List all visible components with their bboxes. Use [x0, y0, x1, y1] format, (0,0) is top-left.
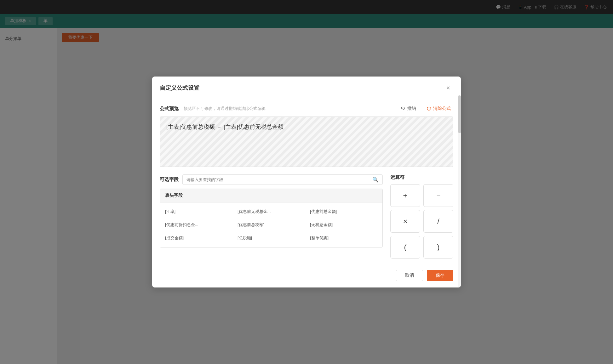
formula-content: [主表]优惠前总税额 － [主表]优惠前无税总金额: [166, 123, 447, 131]
clear-label: 清除公式: [433, 106, 451, 111]
fields-operators-section: 可选字段 🔍 表头字段 [汇率] [优惠前无税总金... [优惠前总金额]: [160, 174, 453, 259]
modal-overlay: 自定义公式设置 × 公式预览 预览区不可修改，请通过撤销或清除公式编辑 撤销: [0, 0, 613, 364]
field-item-cjje[interactable]: [成交金额]: [163, 231, 235, 245]
modal-body: 公式预览 预览区不可修改，请通过撤销或清除公式编辑 撤销: [152, 98, 461, 265]
formula-preview-label: 公式预览: [160, 106, 179, 112]
operator-plus[interactable]: +: [390, 184, 420, 207]
modal-footer: 取消 保存: [152, 265, 461, 287]
field-item-zzse[interactable]: [总税额]: [235, 231, 307, 245]
formula-preview-hint: 预览区不可修改，请通过撤销或清除公式编辑: [184, 106, 266, 111]
fields-left: 可选字段 🔍 表头字段 [汇率] [优惠前无税总金... [优惠前总金额]: [160, 174, 383, 259]
field-search-input[interactable]: [186, 177, 372, 182]
fields-section-label: 可选字段: [160, 177, 179, 183]
operators-label: 运算符: [390, 174, 453, 180]
clear-formula-button[interactable]: 清除公式: [424, 105, 453, 113]
field-item-zdyh[interactable]: [整单优惠]: [307, 231, 380, 245]
custom-formula-modal: 自定义公式设置 × 公式预览 预览区不可修改，请通过撤销或清除公式编辑 撤销: [152, 77, 461, 287]
formula-actions: 撤销 清除公式: [398, 105, 453, 113]
cancel-button[interactable]: 取消: [396, 270, 423, 281]
operators-section: 运算符 + － × / ( ): [390, 174, 453, 259]
undo-label: 撤销: [407, 106, 416, 111]
operator-left-paren[interactable]: (: [390, 236, 420, 259]
operator-minus[interactable]: －: [423, 184, 453, 207]
undo-icon: [400, 106, 405, 111]
fields-header: 可选字段 🔍: [160, 174, 383, 185]
field-item-huilu[interactable]: [汇率]: [163, 205, 235, 218]
operator-multiply[interactable]: ×: [390, 210, 420, 233]
modal-scrollbar-thumb: [458, 95, 461, 133]
clear-icon: [426, 106, 431, 111]
operator-right-paren[interactable]: ): [423, 236, 453, 259]
save-button[interactable]: 保存: [427, 270, 453, 281]
search-box[interactable]: 🔍: [182, 174, 383, 185]
modal-header: 自定义公式设置 ×: [152, 77, 461, 98]
fields-grid: [汇率] [优惠前无税总金... [优惠前总金额] [优惠前折扣总金... [优…: [160, 202, 382, 247]
operator-grid: + － × / ( ): [390, 184, 453, 259]
formula-preview-header: 公式预览 预览区不可修改，请通过撤销或清除公式编辑 撤销: [160, 105, 453, 113]
operator-divide[interactable]: /: [423, 210, 453, 233]
search-icon: 🔍: [372, 177, 379, 183]
field-item-yh-zse[interactable]: [优惠前总税额]: [235, 218, 307, 231]
modal-close-button[interactable]: ×: [443, 83, 453, 93]
fields-table: 表头字段 [汇率] [优惠前无税总金... [优惠前总金额] [优惠前折扣总金.…: [160, 189, 383, 247]
field-item-yh-zk[interactable]: [优惠前折扣总金...: [163, 218, 235, 231]
field-item-wsz[interactable]: [无税总金额]: [307, 218, 380, 231]
formula-preview-box: [主表]优惠前总税额 － [主表]优惠前无税总金额: [160, 117, 453, 167]
undo-button[interactable]: 撤销: [398, 105, 419, 113]
field-item-yh-wsz[interactable]: [优惠前无税总金...: [235, 205, 307, 218]
modal-scrollbar: [458, 95, 461, 287]
field-item-yh-zje[interactable]: [优惠前总金额]: [307, 205, 380, 218]
modal-title: 自定义公式设置: [160, 84, 199, 92]
fields-table-header: 表头字段: [160, 189, 382, 202]
